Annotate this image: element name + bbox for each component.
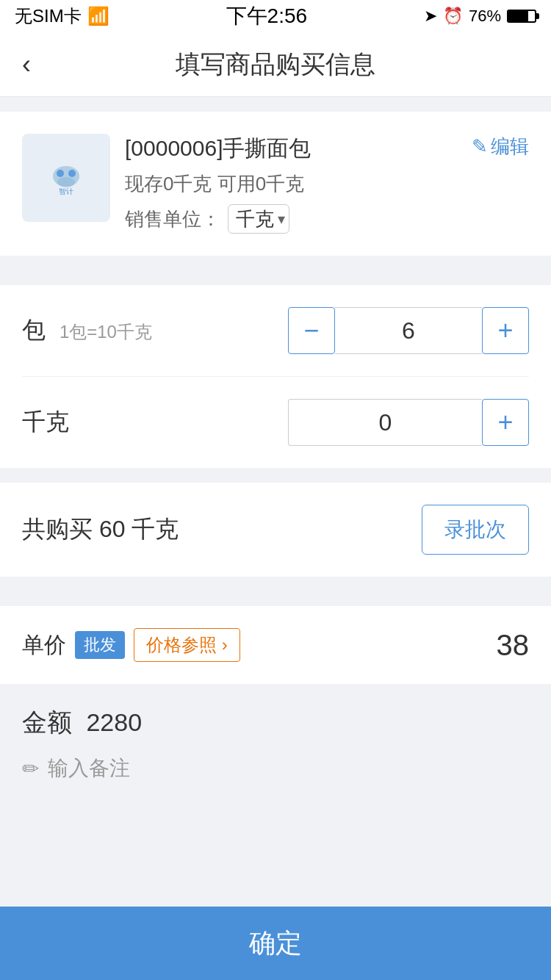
svg-point-1: [57, 170, 64, 177]
package-quantity-control: − +: [288, 307, 529, 354]
kg-quantity-input[interactable]: [288, 399, 482, 446]
status-bar: 无SIM卡 📶 下午2:56 ➤ ⏰ 76%: [0, 0, 551, 32]
page-title: 填写商品购买信息: [176, 48, 375, 82]
price-section: 单价 批发 价格参照 › 38: [0, 606, 551, 684]
package-label: 包 1包=10千克: [22, 314, 288, 347]
pifa-badge: 批发: [75, 631, 125, 659]
svg-point-2: [68, 170, 76, 177]
separator-1: [0, 256, 551, 270]
unit-select-wrapper[interactable]: 千克 包: [228, 204, 289, 234]
quantity-section: 包 1包=10千克 − + 千克 +: [0, 285, 551, 468]
package-decrease-button[interactable]: −: [288, 307, 335, 354]
price-value: 38: [497, 629, 530, 662]
product-image: 智计: [22, 134, 110, 222]
product-unit: 销售单位： 千克 包: [125, 204, 529, 234]
svg-text:智计: 智计: [59, 187, 73, 195]
package-hint: 1包=10千克: [60, 322, 152, 342]
product-name: [0000006]手撕面包: [125, 134, 311, 164]
confirm-button[interactable]: 确定: [0, 907, 551, 980]
wifi-icon: 📶: [87, 6, 109, 26]
total-text: 共购买 60 千克: [22, 514, 179, 546]
edit-label: 编辑: [491, 134, 529, 159]
status-time: 下午2:56: [226, 2, 308, 30]
product-info: [0000006]手撕面包 ✎ 编辑 现存0千克 可用0千克 销售单位： 千克 …: [125, 134, 529, 234]
batch-button[interactable]: 录批次: [422, 505, 529, 555]
total-row: 共购买 60 千克 录批次: [0, 483, 551, 577]
status-right: ➤ ⏰ 76%: [424, 7, 536, 26]
back-button[interactable]: ‹: [22, 49, 66, 80]
package-quantity-input[interactable]: [335, 307, 482, 354]
package-row: 包 1包=10千克 − +: [22, 285, 529, 377]
unit-label: 销售单位：: [125, 206, 220, 232]
package-increase-button[interactable]: +: [482, 307, 529, 354]
edit-icon: ✎: [472, 135, 488, 158]
kg-row: 千克 +: [22, 377, 529, 468]
price-label-group: 单价 批发 价格参照 ›: [22, 628, 240, 662]
kg-label: 千克: [22, 406, 288, 439]
carrier-text: 无SIM卡: [15, 4, 82, 28]
nav-bar: ‹ 填写商品购买信息: [0, 32, 551, 97]
product-stock: 现存0千克 可用0千克: [125, 171, 529, 197]
battery-text: 76%: [469, 7, 501, 26]
amount-row: 金额 2280: [22, 706, 529, 740]
kg-quantity-control: +: [288, 399, 529, 446]
price-ref-button[interactable]: 价格参照 ›: [134, 628, 240, 662]
location-icon: ➤: [424, 7, 437, 26]
status-left: 无SIM卡 📶: [15, 4, 109, 28]
alarm-icon: ⏰: [443, 7, 463, 26]
product-card: 智计 [0000006]手撕面包 ✎ 编辑 现存0千克 可用0千克 销售单位： …: [0, 112, 551, 256]
remark-row[interactable]: ✏ 输入备注: [22, 754, 529, 782]
amount-section: 金额 2280 ✏ 输入备注: [0, 684, 551, 804]
remark-placeholder: 输入备注: [48, 754, 130, 782]
amount-value: 2280: [86, 708, 142, 736]
edit-button[interactable]: ✎ 编辑: [472, 134, 529, 159]
separator-2: [0, 577, 551, 591]
product-logo: 智计: [44, 156, 88, 200]
battery-icon: [507, 10, 536, 23]
pencil-icon: ✏: [22, 757, 39, 781]
price-label-text: 单价: [22, 630, 66, 660]
unit-select[interactable]: 千克 包: [228, 204, 289, 234]
amount-label: 金额: [22, 708, 72, 736]
kg-increase-button[interactable]: +: [482, 399, 529, 446]
svg-point-3: [57, 177, 75, 187]
